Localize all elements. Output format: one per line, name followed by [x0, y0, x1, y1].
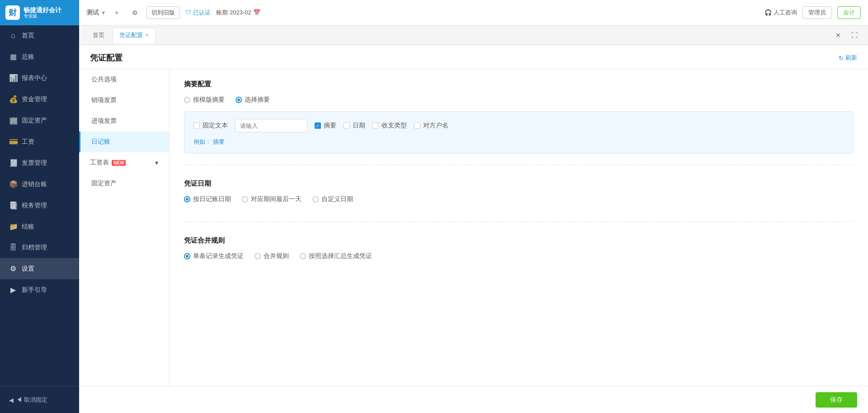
sidebar-item-fixed-asset[interactable]: 🏢 固定资产 [0, 110, 79, 131]
accountant-btn[interactable]: 会计 [837, 6, 861, 19]
sidebar-item-guide-label: 新手引导 [22, 286, 47, 294]
checkbox-counterpart-box [414, 122, 420, 129]
checkbox-date[interactable]: 日期 [344, 122, 365, 130]
report-icon: 📊 [9, 74, 17, 82]
sidebar-item-salary[interactable]: 💳 工资 [0, 131, 79, 152]
tabbar: 首页 凭证配置 × ✕ ⛶ [79, 25, 868, 45]
logo-main-text: 畅捷通好会计 [24, 6, 61, 14]
merge-rules-section: 凭证合并规则 单条记录生成凭证 合并规则 按照选择汇总生成凭证 [184, 236, 854, 278]
checkbox-counterpart[interactable]: 对方户名 [414, 122, 448, 130]
radio-template-circle [184, 97, 190, 103]
checkbox-fixed-text[interactable]: 固定文本 [193, 122, 228, 130]
checkbox-payment-type-label: 收支类型 [382, 122, 407, 130]
service-btn[interactable]: 🎧 人工咨询 [764, 9, 797, 17]
sidebar-item-invoice[interactable]: 🧾 发票管理 [0, 152, 79, 174]
company-selector[interactable]: 测试 ▾ [86, 9, 105, 17]
sidebar-item-settings-label: 设置 [22, 265, 34, 273]
radio-merge-rules-circle [255, 253, 261, 259]
tab-voucher-config[interactable]: 凭证配置 × [113, 28, 156, 43]
sidebar-item-home[interactable]: ⌂ 首页 [0, 25, 79, 46]
archive-icon: 🗄 [9, 244, 17, 252]
sidebar-item-ledger-label: 总账 [22, 53, 34, 61]
radio-custom-date[interactable]: 自定义日期 [312, 195, 353, 203]
checkbox-summary[interactable]: ✓ 摘要 [315, 122, 336, 130]
radio-select-summary[interactable]: 选择摘要 [236, 96, 270, 104]
sidebar-item-guide[interactable]: ▶ 新手引导 [0, 279, 79, 300]
close-window-btn[interactable]: ✕ [832, 29, 844, 42]
radio-single-record[interactable]: 单条记录生成凭证 [184, 252, 244, 260]
fixed-asset-icon: 🏢 [9, 116, 17, 125]
sidebar-item-report-label: 报表中心 [22, 74, 47, 82]
left-nav-sales[interactable]: 销项发票 [79, 90, 169, 111]
save-button[interactable]: 保存 [816, 392, 857, 408]
user-btn[interactable]: 管理员 [802, 6, 832, 19]
sidebar-item-ledger[interactable]: ▦ 总账 [0, 46, 79, 67]
sidebar-item-closing[interactable]: 📁 结账 [0, 216, 79, 237]
sidebar-item-purchase-sale[interactable]: 📦 进销台账 [0, 174, 79, 195]
sidebar-item-tax[interactable]: 📑 税务管理 [0, 195, 79, 216]
left-nav-payroll[interactable]: 工资表 NEW ▾ [79, 152, 169, 173]
sidebar-logo: 财 畅捷通好会计 专业版 [0, 0, 79, 25]
radio-select-summary-merge-label: 按照选择汇总生成凭证 [309, 252, 372, 260]
refresh-btn[interactable]: ↻ 刷新 [839, 54, 857, 62]
radio-merge-rules[interactable]: 合并规则 [255, 252, 289, 260]
radio-journal-date[interactable]: 按日记账日期 [184, 195, 231, 203]
cancel-fixed-btn[interactable]: ◀ ◀ 取消固定 [0, 391, 79, 408]
tab-close-icon[interactable]: × [146, 32, 149, 38]
radio-single-record-label: 单条记录生成凭证 [193, 252, 244, 260]
left-nav-purchase[interactable]: 进项发票 [79, 111, 169, 131]
radio-single-record-circle [184, 253, 190, 259]
page-body: 公共选项 销项发票 进项发票 日记账 工资表 NEW ▾ [79, 69, 868, 386]
sidebar-nav: ⌂ 首页 ▦ 总账 📊 报表中心 💰 资金管理 🏢 固定资产 💳 工资 🧾 发票… [0, 25, 79, 386]
sidebar-item-finance[interactable]: 💰 资金管理 [0, 89, 79, 110]
checkbox-date-box [344, 122, 350, 129]
sidebar-item-archive-label: 归档管理 [22, 244, 47, 252]
left-nav-journal[interactable]: 日记账 [79, 131, 169, 152]
refresh-label: 刷新 [845, 54, 857, 62]
radio-custom-date-circle [312, 196, 319, 202]
radio-period-last-day-label: 对应期间最后一天 [251, 195, 302, 203]
switch-version-btn[interactable]: 切到旧版 [146, 6, 180, 19]
settings-btn[interactable]: ⚙ [128, 6, 141, 19]
sidebar-item-purchase-sale-label: 进销台账 [22, 180, 47, 188]
home-icon: ⌂ [9, 32, 17, 40]
left-nav: 公共选项 销项发票 进项发票 日记账 工资表 NEW ▾ [79, 69, 170, 386]
checkbox-fixed-text-box [193, 122, 200, 129]
salary-icon: 💳 [9, 137, 17, 146]
fullscreen-btn[interactable]: ⛶ [848, 29, 861, 42]
service-label: 人工咨询 [774, 9, 797, 17]
merge-rules-title: 凭证合并规则 [184, 236, 854, 245]
summary-config-row: 固定文本 ✓ 摘要 日期 [193, 119, 844, 132]
tax-icon: 📑 [9, 201, 17, 210]
radio-template-summary[interactable]: 按模版摘要 [184, 96, 225, 104]
sidebar-item-archive[interactable]: 🗄 归档管理 [0, 237, 79, 258]
radio-period-last-day[interactable]: 对应期间最后一天 [242, 195, 302, 203]
save-bar: 保存 [79, 386, 868, 413]
voucher-date-section: 凭证日期 按日记账日期 对应期间最后一天 自定义日期 [184, 179, 854, 222]
left-nav-fixed-asset[interactable]: 固定资产 [79, 173, 169, 194]
page-header: 凭证配置 ↻ 刷新 [79, 45, 868, 69]
guide-icon: ▶ [9, 286, 17, 294]
logo-icon: 财 [5, 5, 20, 20]
checkbox-payment-type[interactable]: 收支类型 [373, 122, 407, 130]
add-btn[interactable]: + [110, 6, 123, 19]
sidebar-item-report[interactable]: 📊 报表中心 [0, 67, 79, 89]
closing-icon: 📁 [9, 222, 17, 231]
radio-journal-date-label: 按日记账日期 [193, 195, 231, 203]
ledger-icon: ▦ [9, 52, 17, 61]
sidebar-item-settings[interactable]: ⚙ 设置 [0, 258, 79, 279]
checkbox-summary-label: 摘要 [324, 122, 336, 130]
tab-home[interactable]: 首页 [86, 28, 111, 43]
fixed-text-input[interactable] [235, 119, 307, 132]
radio-select-summary-merge[interactable]: 按照选择汇总生成凭证 [300, 252, 372, 260]
purchase-sale-icon: 📦 [9, 180, 17, 188]
radio-merge-rules-label: 合并规则 [264, 252, 289, 260]
example-value: 摘要 [213, 138, 225, 145]
summary-radio-group: 按模版摘要 选择摘要 [184, 96, 854, 104]
chevron-down-icon: ▾ [102, 9, 105, 16]
voucher-date-title: 凭证日期 [184, 179, 854, 188]
sidebar-item-home-label: 首页 [22, 32, 34, 40]
sidebar-bottom: ◀ ◀ 取消固定 [0, 386, 79, 413]
main-area: 测试 ▾ + ⚙ 切到旧版 🛡 已认证 账期 2023-02 📅 🎧 人工咨询 … [79, 0, 868, 413]
left-nav-public[interactable]: 公共选项 [79, 69, 169, 90]
